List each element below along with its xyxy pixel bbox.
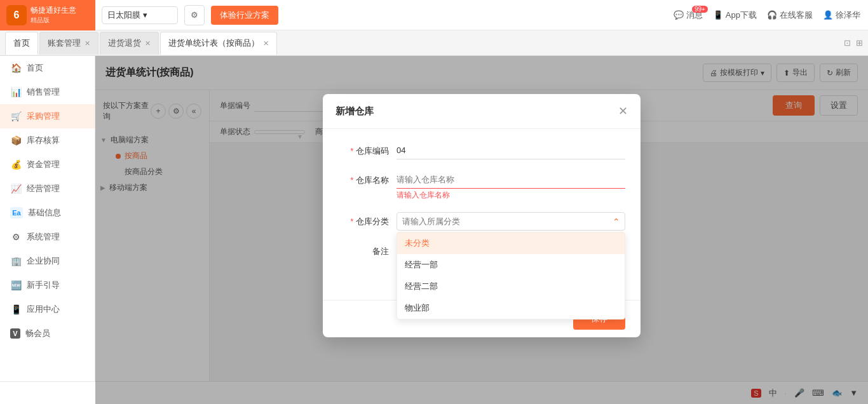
logo-icon: 6 — [6, 5, 27, 25]
modal-body: 仓库编码 仓库名称 请输入仓库名称 — [323, 129, 641, 300]
sidebar-item-purchase[interactable]: 🛒 采购管理 — [0, 104, 95, 128]
operation-icon: 📈 — [10, 183, 22, 194]
content-area: 进货单统计(按商品) 🖨 按模板打印 ▾ ⬆ 导出 ↻ 刷新 — [95, 56, 868, 404]
trial-button[interactable]: 体验行业方案 — [211, 6, 278, 25]
sidebar-label-guide: 新手引导 — [27, 279, 60, 291]
purchase-icon: 🛒 — [10, 111, 22, 122]
customer-service-button[interactable]: 🎧 在线客服 — [767, 10, 813, 21]
tab-home[interactable]: 首页 — [5, 32, 38, 55]
sidebar-item-member[interactable]: V 畅会员 — [0, 321, 95, 346]
code-label: 仓库编码 — [338, 142, 389, 157]
tab-bar-right: ⊡ ⊞ — [844, 38, 863, 48]
tab-stats[interactable]: 进货单统计表（按商品） ✕ — [160, 32, 277, 55]
user-name: 徐泽华 — [836, 10, 860, 21]
top-right-area: 💬 消息 99+ 📱 App下载 🎧 在线客服 👤 徐泽华 — [674, 10, 860, 21]
name-error-msg: 请输入仓库名称 — [397, 190, 625, 201]
service-label: 在线客服 — [780, 10, 813, 21]
sidebar: 🏠 首页 📊 销售管理 🛒 采购管理 📦 库存核算 💰 资金管理 📈 经营管理 … — [0, 56, 95, 404]
tab-expand-icon[interactable]: ⊞ — [856, 38, 863, 48]
headset-icon: 🎧 — [767, 10, 777, 20]
system-icon: ⚙ — [10, 231, 22, 243]
sidebar-label-enterprise: 企业协同 — [27, 255, 60, 267]
tab-returns[interactable]: 进货退货 ✕ — [100, 32, 159, 55]
tab-minimize-icon[interactable]: ⊡ — [844, 38, 851, 48]
message-button[interactable]: 💬 消息 99+ — [674, 10, 703, 21]
name-label: 仓库名称 — [338, 171, 389, 186]
notes-label: 备注 — [338, 242, 389, 257]
sidebar-label-basic: 基础信息 — [28, 207, 61, 219]
store-selector[interactable]: 日太阳膜 ▾ — [102, 6, 178, 24]
logo-text: 畅捷通好生意 精品版 — [31, 6, 76, 24]
code-row: 仓库编码 — [338, 142, 625, 159]
dropdown-item-dept2[interactable]: 经营二部 — [397, 276, 625, 297]
tab-returns-label: 进货退货 — [108, 37, 141, 49]
user-avatar-icon: 👤 — [823, 10, 833, 20]
tab-stats-close[interactable]: ✕ — [263, 39, 269, 48]
dropdown-arrow-icon: ▾ — [143, 10, 147, 20]
sidebar-item-basic[interactable]: Ea 基础信息 — [0, 201, 95, 225]
tab-accounts[interactable]: 账套管理 ✕ — [39, 32, 98, 55]
settings-button[interactable]: ⚙ — [184, 5, 205, 25]
sidebar-label-member: 畅会员 — [25, 328, 50, 339]
top-bar: 6 畅捷通好生意 精品版 日太阳膜 ▾ ⚙ 体验行业方案 💬 消息 99+ 📱 … — [0, 0, 868, 30]
sidebar-item-system[interactable]: ⚙ 系统管理 — [0, 225, 95, 249]
sidebar-item-finance[interactable]: 💰 资金管理 — [0, 152, 95, 177]
tab-bar: 首页 账套管理 ✕ 进货退货 ✕ 进货单统计表（按商品） ✕ ⊡ ⊞ — [0, 30, 868, 56]
inventory-icon: 📦 — [10, 135, 22, 146]
modal-header: 新增仓库 ✕ — [323, 94, 641, 129]
sidebar-label-home: 首页 — [27, 62, 43, 74]
user-menu[interactable]: 👤 徐泽华 — [823, 10, 860, 21]
name-wrap: 请输入仓库名称 — [397, 171, 625, 201]
guide-icon: 🆕 — [10, 279, 22, 291]
sidebar-item-inventory[interactable]: 📦 库存核算 — [0, 128, 95, 152]
tab-home-label: 首页 — [13, 37, 30, 49]
sidebar-label-sales: 销售管理 — [27, 86, 60, 98]
name-input[interactable] — [397, 171, 625, 189]
sidebar-item-home[interactable]: 🏠 首页 — [0, 56, 95, 80]
home-icon: 🏠 — [10, 62, 22, 74]
dropdown-item-dept3[interactable]: 物业部 — [397, 297, 625, 319]
sales-icon: 📊 — [10, 86, 22, 98]
category-select-wrap: ⌃ 未分类 经营一部 经营二部 物业部 — [397, 212, 625, 231]
code-wrap — [397, 142, 625, 159]
finance-icon: 💰 — [10, 159, 22, 170]
main-layout: 🏠 首页 📊 销售管理 🛒 采购管理 📦 库存核算 💰 资金管理 📈 经营管理 … — [0, 56, 868, 404]
modal-overlay: 新增仓库 ✕ 仓库编码 仓库名称 — [95, 56, 868, 404]
tab-stats-label: 进货单统计表（按商品） — [168, 37, 259, 49]
enterprise-icon: 🏢 — [10, 255, 22, 267]
store-name: 日太阳膜 — [107, 10, 140, 21]
app-icon: 📱 — [713, 10, 723, 20]
appcenter-icon: 📱 — [10, 304, 22, 315]
basic-icon: Ea — [10, 207, 23, 219]
category-dropdown: 未分类 经营一部 经营二部 物业部 — [397, 232, 625, 320]
sidebar-label-operation: 经营管理 — [27, 183, 60, 194]
message-badge: 99+ — [692, 6, 708, 13]
sidebar-label-appcenter: 应用中心 — [27, 304, 60, 315]
sidebar-label-inventory: 库存核算 — [27, 135, 60, 146]
tab-accounts-label: 账套管理 — [48, 37, 81, 49]
dropdown-item-none[interactable]: 未分类 — [397, 232, 625, 254]
sidebar-item-operation[interactable]: 📈 经营管理 — [0, 177, 95, 201]
logo-area: 6 畅捷通好生意 精品版 — [0, 0, 95, 30]
message-icon: 💬 — [674, 10, 684, 20]
dropdown-item-dept1[interactable]: 经营一部 — [397, 254, 625, 276]
category-input[interactable] — [397, 212, 625, 231]
category-label: 仓库分类 — [338, 212, 389, 227]
sidebar-label-system: 系统管理 — [27, 231, 60, 243]
sidebar-label-purchase: 采购管理 — [27, 111, 60, 122]
category-arrow-icon: ⌃ — [613, 217, 620, 227]
sidebar-item-guide[interactable]: 🆕 新手引导 — [0, 273, 95, 297]
app-download-button[interactable]: 📱 App下载 — [713, 10, 757, 21]
new-warehouse-modal: 新增仓库 ✕ 仓库编码 仓库名称 — [323, 94, 641, 337]
modal-close-button[interactable]: ✕ — [618, 104, 628, 118]
tab-returns-close[interactable]: ✕ — [145, 39, 151, 48]
member-icon: V — [10, 328, 20, 339]
sidebar-label-finance: 资金管理 — [27, 159, 60, 170]
tab-accounts-close[interactable]: ✕ — [85, 39, 90, 48]
app-label: App下载 — [726, 10, 757, 21]
code-input[interactable] — [397, 142, 625, 159]
category-wrap: ⌃ 未分类 经营一部 经营二部 物业部 — [397, 212, 625, 231]
sidebar-item-sales[interactable]: 📊 销售管理 — [0, 80, 95, 104]
sidebar-item-appcenter[interactable]: 📱 应用中心 — [0, 297, 95, 321]
sidebar-item-enterprise[interactable]: 🏢 企业协同 — [0, 249, 95, 273]
